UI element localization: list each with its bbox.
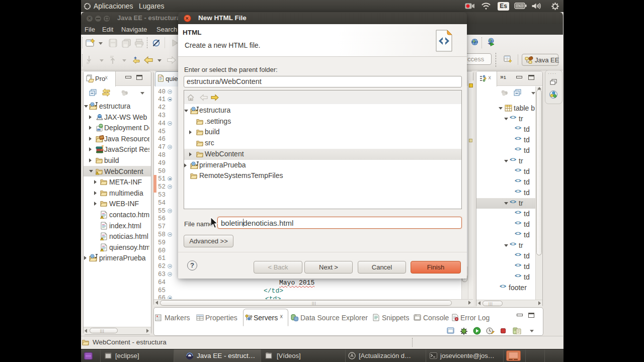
svg-text:3.0: 3.0 (98, 129, 100, 131)
